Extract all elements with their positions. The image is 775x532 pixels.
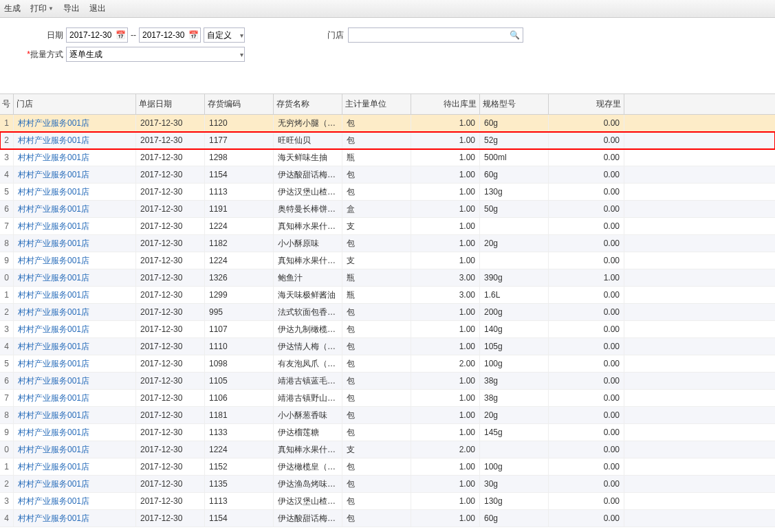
cell-store[interactable]: 村村产业服务001店 <box>14 132 136 148</box>
export-button[interactable]: 导出 <box>63 3 80 14</box>
cell-store[interactable]: 村村产业服务001店 <box>14 149 136 166</box>
cell-stock: 0.00 <box>549 304 624 320</box>
cell-code: 1181 <box>205 407 274 423</box>
cell-stock: 0.00 <box>549 321 624 337</box>
table-row[interactable]: 1村村产业服务001店2017-12-301152伊达橄榄皇（…包1.00100… <box>0 458 775 476</box>
cell-store[interactable]: 村村产业服务001店 <box>14 115 136 131</box>
table-row[interactable]: 1村村产业服务001店2017-12-301299海天味极鲜酱油瓶3.001.6… <box>0 287 775 304</box>
cell-qty: 2.00 <box>411 441 480 458</box>
cell-store[interactable]: 村村产业服务001店 <box>14 235 136 252</box>
cell-spec: 130g <box>480 184 549 200</box>
cell-store[interactable]: 村村产业服务001店 <box>14 201 136 217</box>
table-row[interactable]: 3村村产业服务001店2017-12-301107伊达九制橄榄…包1.00140… <box>0 321 775 338</box>
header-idx: 号 <box>0 94 14 114</box>
cell-unit: 包 <box>342 476 411 492</box>
header-stock[interactable]: 现存里 <box>549 94 624 114</box>
exit-button[interactable]: 退出 <box>89 3 106 14</box>
table-row[interactable]: 2村村产业服务001店2017-12-301135伊达渔岛烤味…包1.0030g… <box>0 476 775 493</box>
cell-store[interactable]: 村村产业服务001店 <box>14 441 136 458</box>
cell-code: 995 <box>205 304 274 320</box>
cell-store[interactable]: 村村产业服务001店 <box>14 424 136 441</box>
table-row[interactable]: 9村村产业服务001店2017-12-301133伊达榴莲糖包1.00145g0… <box>0 424 775 441</box>
table-row[interactable]: 7村村产业服务001店2017-12-301106靖港古镇野山…包1.0038g… <box>0 390 775 407</box>
cell-stock: 0.00 <box>549 184 624 200</box>
calendar-icon[interactable]: 📅 <box>188 30 199 40</box>
header-unit[interactable]: 主计量单位 <box>342 94 411 114</box>
cell-store[interactable]: 村村产业服务001店 <box>14 304 136 320</box>
cell-store[interactable]: 村村产业服务001店 <box>14 269 136 286</box>
cell-spec: 60g <box>480 166 549 183</box>
table-row[interactable]: 0村村产业服务001店2017-12-301326鲍鱼汁瓶3.00390g1.0… <box>0 269 775 287</box>
header-spec[interactable]: 规格型号 <box>480 94 549 114</box>
cell-spec: 130g <box>480 493 549 509</box>
cell-store[interactable]: 村村产业服务001店 <box>14 355 136 372</box>
batch-label: *批量方式 <box>0 49 66 60</box>
cell-store[interactable]: 村村产业服务001店 <box>14 338 136 355</box>
cell-idx: 4 <box>0 338 14 355</box>
cell-date: 2017-12-30 <box>136 115 205 131</box>
table-row[interactable]: 1村村产业服务001店2017-12-301120无穷烤小腿（…包1.0060g… <box>0 115 775 132</box>
store-input[interactable]: 🔍 <box>348 27 523 43</box>
header-store[interactable]: 门店 <box>14 94 136 114</box>
cell-code: 1326 <box>205 269 274 286</box>
cell-qty: 1.00 <box>411 166 480 183</box>
header-qty[interactable]: 待出库里 <box>411 94 480 114</box>
cell-store[interactable]: 村村产业服务001店 <box>14 218 136 234</box>
cell-store[interactable]: 村村产业服务001店 <box>14 510 136 527</box>
cell-store[interactable]: 村村产业服务001店 <box>14 407 136 423</box>
table-row[interactable]: 6村村产业服务001店2017-12-301191奥特曼长棒饼…盒1.0050g… <box>0 201 775 218</box>
cell-store[interactable]: 村村产业服务001店 <box>14 390 136 406</box>
cell-store[interactable]: 村村产业服务001店 <box>14 166 136 183</box>
table-row[interactable]: 4村村产业服务001店2017-12-301154伊达酸甜话梅…包1.0060g… <box>0 166 775 184</box>
table-row[interactable]: 8村村产业服务001店2017-12-301182小小酥原味包1.0020g0.… <box>0 235 775 252</box>
table-row[interactable]: 3村村产业服务001店2017-12-301113伊达汉堡山楂…包1.00130… <box>0 493 775 510</box>
search-icon[interactable]: 🔍 <box>510 30 520 40</box>
table-row[interactable]: 8村村产业服务001店2017-12-301181小小酥葱香味包1.0020g0… <box>0 407 775 424</box>
table-row[interactable]: 9村村产业服务001店2017-12-301224真知棒水果什…支1.000.0… <box>0 252 775 269</box>
cell-idx: 3 <box>0 493 14 509</box>
cell-store[interactable]: 村村产业服务001店 <box>14 184 136 200</box>
table-row[interactable]: 5村村产业服务001店2017-12-301098有友泡凤爪（…包2.00100… <box>0 355 775 373</box>
cell-idx: 9 <box>0 424 14 441</box>
cell-name: 伊达汉堡山楂… <box>274 184 342 200</box>
cell-unit: 包 <box>342 338 411 355</box>
cell-date: 2017-12-30 <box>136 441 205 458</box>
table-row[interactable]: 0村村产业服务001店2017-12-301224真知棒水果什…支2.000.0… <box>0 441 775 458</box>
table-row[interactable]: 3村村产业服务001店2017-12-301298海天鲜味生抽瓶1.00500m… <box>0 149 775 166</box>
table-row[interactable]: 4村村产业服务001店2017-12-301154伊达酸甜话梅…包1.0060g… <box>0 510 775 527</box>
date-type-select[interactable] <box>204 27 245 43</box>
cell-store[interactable]: 村村产业服务001店 <box>14 476 136 492</box>
cell-store[interactable]: 村村产业服务001店 <box>14 373 136 389</box>
table-row[interactable]: 2村村产业服务001店2017-12-30995法式软面包香…包1.00200g… <box>0 304 775 321</box>
table-row[interactable]: 6村村产业服务001店2017-12-301105靖港古镇蓝毛…包1.0038g… <box>0 373 775 390</box>
header-name[interactable]: 存货名称 <box>274 94 342 114</box>
generate-button[interactable]: 生成 <box>4 3 21 14</box>
header-date[interactable]: 单据日期 <box>136 94 205 114</box>
table-row[interactable]: 2村村产业服务001店2017-12-301177旺旺仙贝包1.0052g0.0… <box>0 132 775 149</box>
cell-name: 小小酥葱香味 <box>274 407 342 423</box>
batch-select[interactable] <box>66 47 245 62</box>
cell-name: 伊达酸甜话梅… <box>274 510 342 527</box>
cell-store[interactable]: 村村产业服务001店 <box>14 252 136 269</box>
cell-stock: 0.00 <box>549 115 624 131</box>
cell-spec: 20g <box>480 235 549 252</box>
cell-name: 真知棒水果什… <box>274 441 342 458</box>
cell-store[interactable]: 村村产业服务001店 <box>14 493 136 509</box>
cell-code: 1224 <box>205 218 274 234</box>
cell-store[interactable]: 村村产业服务001店 <box>14 458 136 475</box>
table-row[interactable]: 7村村产业服务001店2017-12-301224真知棒水果什…支1.000.0… <box>0 218 775 235</box>
cell-date: 2017-12-30 <box>136 132 205 148</box>
cell-store[interactable]: 村村产业服务001店 <box>14 287 136 303</box>
table-row[interactable]: 5村村产业服务001店2017-12-301113伊达汉堡山楂…包1.00130… <box>0 184 775 201</box>
header-code[interactable]: 存货编码 <box>205 94 274 114</box>
cell-store[interactable]: 村村产业服务001店 <box>14 321 136 337</box>
cell-idx: 6 <box>0 373 14 389</box>
cell-unit: 包 <box>342 235 411 252</box>
print-button[interactable]: 打印 ▼ <box>30 3 54 14</box>
cell-code: 1135 <box>205 476 274 492</box>
cell-qty: 1.00 <box>411 235 480 252</box>
cell-idx: 6 <box>0 201 14 217</box>
table-row[interactable]: 4村村产业服务001店2017-12-301110伊达情人梅（…包1.00105… <box>0 338 775 355</box>
calendar-icon[interactable]: 📅 <box>116 30 126 40</box>
cell-unit: 瓶 <box>342 269 411 286</box>
